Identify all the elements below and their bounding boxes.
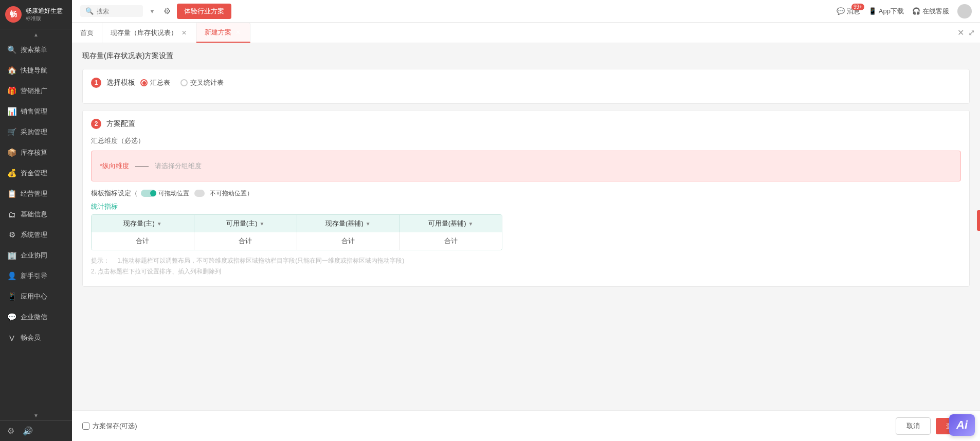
radio-summary-circle — [140, 79, 148, 86]
stat-table-header: 现存量(主) ▼ 可用量(主) ▼ 现存量(基辅) ▼ — [92, 215, 502, 232]
footer: 方案保存(可选) 取消 查询 — [72, 410, 980, 441]
sidebar-item-quick-nav[interactable]: 🏠 快捷导航 — [0, 60, 72, 81]
app-download-btn[interactable]: 📱 App下载 — [868, 7, 904, 16]
radio-summary[interactable]: 汇总表 — [140, 78, 170, 87]
box-icon: 📦 — [7, 148, 16, 157]
indicators-config-label: 模板指标设定（ 可拖动位置 不可拖动位置） — [91, 189, 961, 198]
sidebar-item-marketing[interactable]: 🎁 营销推广 — [0, 81, 72, 101]
step2-section: 2 方案配置 汇总维度（必选） *纵向维度 —— 请选择分组维度 模板指标设定（ — [82, 110, 970, 287]
sidebar-item-label: 企业协同 — [21, 251, 47, 260]
sidebar-nav: 🔍 搜索菜单 🏠 快捷导航 🎁 营销推广 📊 销售管理 🛒 采购管理 📦 库存核… — [0, 40, 72, 410]
window-close-icon[interactable]: ✕ — [957, 28, 964, 38]
dimension-arrow: —— — [135, 162, 149, 170]
stat-col-3-label: 可用量(基辅) — [428, 219, 466, 228]
tab-inventory-label: 现存量（库存状况表） — [111, 28, 177, 38]
stat-col-3[interactable]: 可用量(基辅) ▼ — [400, 215, 502, 232]
sidebar-item-label: 资金管理 — [21, 169, 47, 178]
settings-bottom-icon[interactable]: ⚙ — [7, 426, 14, 436]
hint2-text: 2. 点击标题栏下拉可设置排序、插入列和删除列 — [91, 268, 221, 275]
sidebar-item-search-menu[interactable]: 🔍 搜索菜单 — [0, 40, 72, 60]
sidebar-item-label: 销售管理 — [21, 107, 47, 116]
sidebar-item-label: 基础信息 — [21, 210, 47, 219]
sidebar-bottom: ⚙ 🔊 — [0, 420, 72, 441]
cancel-button[interactable]: 取消 — [896, 417, 931, 435]
sidebar-scroll-down[interactable]: ▼ — [0, 410, 72, 420]
sidebar-item-sales[interactable]: 📊 销售管理 — [0, 101, 72, 122]
tab-home-label: 首页 — [80, 28, 94, 38]
online-service-btn[interactable]: 🎧 在线客服 — [912, 7, 949, 16]
tab-new-plan-label: 新建方案 — [205, 28, 231, 37]
sidebar-item-finance[interactable]: 💰 资金管理 — [0, 163, 72, 183]
step2-title: 方案配置 — [106, 119, 135, 128]
money-icon: 💰 — [7, 169, 16, 178]
stat-table: 现存量(主) ▼ 可用量(主) ▼ 现存量(基辅) ▼ — [91, 214, 502, 250]
tab-inventory-status[interactable]: 现存量（库存状况表） ✕ — [102, 23, 196, 43]
topbar-gear-icon[interactable]: ⚙ — [164, 6, 171, 16]
stat-col-2[interactable]: 现存量(基辅) ▼ — [297, 215, 400, 232]
message-icon: 💬 — [837, 7, 845, 15]
step2-badge: 2 — [91, 119, 101, 129]
search-chevron-icon[interactable]: ▼ — [149, 8, 155, 15]
stat-col-0[interactable]: 现存量(主) ▼ — [92, 215, 194, 232]
radio-cross[interactable]: 交叉统计表 — [180, 78, 224, 87]
sidebar-item-label: 畅会员 — [21, 333, 41, 342]
sidebar-item-enterprise[interactable]: 🏢 企业协同 — [0, 245, 72, 266]
toggle-draggable[interactable]: 可拖动位置 — [141, 189, 189, 198]
stat-col-0-chevron-icon: ▼ — [157, 221, 162, 227]
app-icon: 📱 — [868, 7, 877, 15]
step1-header: 1 选择模板 汇总表 交叉统计表 — [91, 78, 961, 88]
hint2: 2. 点击标题栏下拉可设置排序、插入列和删除列 — [91, 267, 961, 276]
sidebar-item-wechat[interactable]: 💬 企业微信 — [0, 307, 72, 327]
stat-col-2-chevron-icon: ▼ — [366, 221, 371, 227]
toggle-draggable-box[interactable] — [141, 190, 156, 197]
save-option: 方案保存(可选) — [82, 421, 137, 431]
user-avatar[interactable] — [957, 4, 972, 19]
sidebar-item-label: 采购管理 — [21, 127, 47, 137]
hints: 提示： 1.拖动标题栏可以调整布局，不可跨维度或指标区域拖动栏目字段(只能在同一… — [91, 256, 961, 276]
sidebar-item-app-center[interactable]: 📱 应用中心 — [0, 286, 72, 307]
tab-inventory-close-icon[interactable]: ✕ — [180, 28, 188, 38]
search-box[interactable]: 🔍 — [80, 5, 143, 17]
ai-badge[interactable]: Ai — [949, 414, 975, 436]
trial-btn[interactable]: 体验行业方案 — [177, 4, 231, 19]
toggle-undraggable-label: 不可拖动位置） — [210, 189, 253, 198]
hint-prefix: 提示： — [91, 257, 116, 264]
tab-new-plan[interactable]: 新建方案 ✕ — [196, 23, 250, 43]
step1-title: 选择模板 — [106, 78, 135, 87]
sidebar-item-new-guide[interactable]: 👤 新手引导 — [0, 266, 72, 286]
sidebar-item-member[interactable]: V 畅会员 — [0, 327, 72, 348]
sidebar-item-inventory[interactable]: 📦 库存核算 — [0, 142, 72, 163]
wechat-icon: 💬 — [7, 313, 16, 322]
tab-new-plan-close-icon[interactable]: ✕ — [234, 28, 242, 37]
user-icon: 👤 — [7, 271, 16, 281]
cart-icon: 🛒 — [7, 127, 16, 137]
volume-icon[interactable]: 🔊 — [23, 426, 33, 436]
sidebar-item-label: 营销推广 — [21, 86, 47, 96]
message-btn[interactable]: 💬 消息 99+ — [837, 7, 860, 16]
stat-col-1-label: 可用量(主) — [226, 219, 258, 228]
sidebar-item-basic-info[interactable]: 🗂 基础信息 — [0, 204, 72, 225]
radio-summary-label: 汇总表 — [150, 78, 170, 87]
dimension-box[interactable]: *纵向维度 —— 请选择分组维度 — [91, 151, 961, 181]
mobile-icon: 📱 — [7, 292, 16, 301]
stat-col-1-chevron-icon: ▼ — [260, 221, 265, 227]
sidebar-item-label: 搜索菜单 — [21, 45, 47, 54]
stat-col-2-label: 现存量(基辅) — [325, 219, 364, 228]
topbar: 🔍 ▼ ⚙ 体验行业方案 💬 消息 99+ 📱 App下载 🎧 在线客服 — [72, 0, 980, 23]
save-checkbox[interactable] — [82, 422, 89, 430]
app-name: 畅康通好生意 — [26, 7, 63, 15]
hint1-text: 1.拖动标题栏可以调整布局，不可跨维度或指标区域拖动栏目字段(只能在同一维度或指… — [117, 257, 404, 264]
step1-badge: 1 — [91, 78, 101, 88]
sidebar-item-operations[interactable]: 📋 经营管理 — [0, 183, 72, 204]
search-input[interactable] — [97, 8, 138, 15]
sidebar-item-system[interactable]: ⚙ 系统管理 — [0, 225, 72, 245]
sidebar-scroll-up[interactable]: ▲ — [0, 29, 72, 40]
window-expand-icon[interactable]: ⤢ — [968, 28, 975, 38]
sidebar-item-purchase[interactable]: 🛒 采购管理 — [0, 122, 72, 142]
stat-table-body: 合计 合计 合计 合计 — [92, 232, 502, 250]
stat-col-1[interactable]: 可用量(主) ▼ — [194, 215, 297, 232]
indicators-section: 模板指标设定（ 可拖动位置 不可拖动位置） 统计指标 现存量(主) — [91, 189, 961, 276]
resize-handle[interactable] — [977, 210, 980, 231]
tab-home[interactable]: 首页 — [72, 23, 102, 43]
sidebar-item-label: 新手引导 — [21, 271, 47, 281]
